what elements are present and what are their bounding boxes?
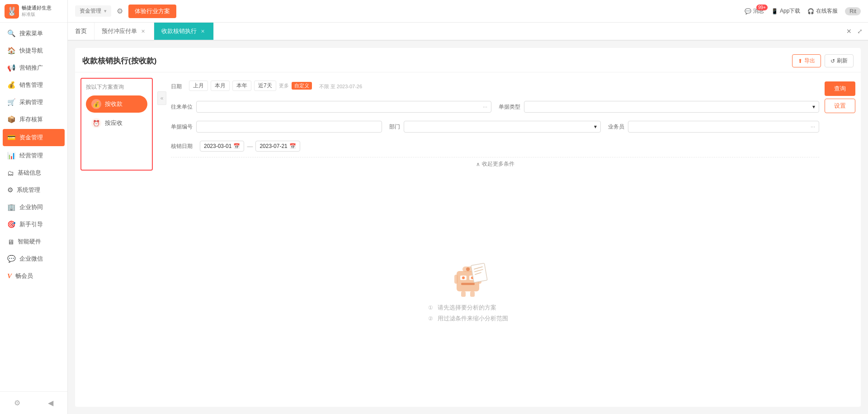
main-area: 资金管理 ▾ ⚙ 体验行业方案 💬 消息 99+ 📱 App下载 🎧 在线客服 … [68,0,868,414]
date-more-link[interactable]: 更多 [279,82,289,89]
dept-select[interactable]: ▾ [404,121,600,133]
search-icon: 🔍 [7,29,16,38]
sidebar-item-search[interactable]: 🔍 搜索菜单 [0,25,67,42]
tab-receipt[interactable]: 收款核销执行 ✕ [154,23,214,40]
filter-right: 日期 上月 本月 本年 近7天 更多 自定义 [171,78,855,171]
sidebar-item-hardware[interactable]: 🖥 智能硬件 [0,233,67,250]
svg-rect-6 [454,275,458,284]
page-wrapper: 收款核销执行(按收款) ⬆ 导出 ↺ 刷新 按以下方案查询 [75,48,861,407]
marketing-icon: 📢 [7,64,16,72]
refresh-button[interactable]: ↺ 刷新 [825,54,854,67]
date-btn-this-year[interactable]: 本年 [232,81,251,91]
breadcrumb-text: 资金管理 [80,7,101,15]
page-actions: ⬆ 导出 ↺ 刷新 [792,54,854,67]
dept-row: 部门 ▾ [389,121,600,133]
close-tab-icon[interactable]: ✕ [844,26,854,37]
export-icon: ⬆ [798,58,802,64]
date-custom-tag[interactable]: 自定义 [292,82,312,90]
hardware-icon: 🖥 [7,238,14,246]
staff-label: 业务员 [608,123,624,131]
fund-icon: 💳 [7,133,16,142]
breadcrumb: 资金管理 ▾ [75,5,111,17]
app-logo: 🐰 畅捷通好生意 标准版 [0,0,67,23]
filter-option-by-receipt[interactable]: 💰 按收款 [86,95,147,113]
calendar-icon: 📅 [233,143,240,149]
maximize-icon[interactable]: ⤢ [855,26,864,37]
ellipsis-icon2: ··· [811,124,815,130]
guide-icon: 🎯 [7,220,16,228]
empty-illustration [445,257,491,298]
sidebar-item-quicknav[interactable]: 🏠 快捷导航 [0,42,67,59]
tab-home[interactable]: 首页 [68,23,94,40]
home-icon: 🏠 [7,47,16,55]
sidebar: 🐰 畅捷通好生意 标准版 🔍 搜索菜单 🏠 快捷导航 📢 营销推广 💰 销售管理… [0,0,68,414]
docno-label: 单据编号 [171,123,193,131]
purchase-icon: 🛒 [7,98,16,106]
date-label: 日期 [171,83,182,90]
robot-svg [445,257,491,298]
sidebar-item-operation[interactable]: 📊 经营管理 [0,147,67,164]
chevron-down-icon2: ▾ [812,104,815,110]
tabbar: 首页 预付冲应付单 ✕ 收款核销执行 ✕ ✕ ⤢ [68,23,868,41]
sidebar-item-base[interactable]: 🗂 基础信息 [0,164,67,181]
calendar-icon2: 📅 [289,143,296,149]
date-range-dash: — [247,143,253,150]
tab-close-receipt[interactable]: ✕ [199,28,206,35]
solution-button[interactable]: 体验行业方案 [128,5,176,18]
svg-rect-9 [470,291,475,297]
sidebar-item-system[interactable]: ⚙ 系统管理 [0,181,67,199]
online-service-button[interactable]: 🎧 在线客服 [807,7,838,15]
verify-date-to[interactable]: 2023-07-21 📅 [255,141,300,152]
counterparty-select[interactable]: ··· [196,101,491,113]
filter-option-by-receivable[interactable]: ⏰ 按应收 [86,114,147,132]
date-btn-last-month[interactable]: 上月 [189,81,208,91]
svg-rect-8 [461,291,466,297]
app-name: 畅捷通好生意 [22,5,52,11]
sidebar-item-member[interactable]: V 畅会员 [0,267,67,285]
tab-prepay[interactable]: 预付冲应付单 ✕ [94,23,154,40]
mobile-icon: 📱 [771,8,778,14]
collapse-panel-button[interactable]: « [157,91,166,105]
docno-input[interactable] [196,121,382,133]
empty-state: ① 请先选择要分析的方案 ② 用过滤条件来缩小分析范围 [75,176,861,407]
export-button[interactable]: ⬆ 导出 [792,54,821,67]
chevron-left-icon: « [160,95,164,101]
user-avatar[interactable]: Rit [845,7,861,15]
staff-select[interactable]: ··· [628,121,819,133]
filter-row4: 核销日期 2023-03-01 📅 — 2023-07-21 [171,138,819,154]
collapse-more-button[interactable]: ∧ 收起更多条件 [171,157,819,171]
verify-date-range: 2023-03-01 📅 — 2023-07-21 📅 [200,141,300,152]
inventory-icon: 📦 [7,115,16,124]
sidebar-item-guide[interactable]: 🎯 新手引导 [0,216,67,233]
ellipsis-icon: ··· [483,104,487,110]
date-shortcuts: 上月 本月 本年 近7天 更多 自定义 [189,81,312,91]
sidebar-item-inventory[interactable]: 📦 库存核算 [0,111,67,128]
service-icon: 🎧 [807,8,814,14]
date-btn-7days[interactable]: 近7天 [254,81,276,91]
date-btn-this-month[interactable]: 本月 [211,81,230,91]
doctype-select[interactable]: ▾ [524,101,819,113]
collapse-sidebar-icon[interactable]: ◀ [46,396,56,409]
sidebar-item-enterprise[interactable]: 🏢 企业协同 [0,199,67,216]
verify-date-from[interactable]: 2023-03-01 📅 [200,141,244,152]
settings-icon[interactable]: ⚙ [12,396,23,409]
base-icon: 🗂 [7,169,14,177]
setting-button[interactable]: 设置 [825,99,855,113]
tab-close-prepay[interactable]: ✕ [140,28,146,35]
sidebar-item-sales[interactable]: 💰 销售管理 [0,76,67,94]
topbar: 资金管理 ▾ ⚙ 体验行业方案 💬 消息 99+ 📱 App下载 🎧 在线客服 … [68,0,868,23]
sidebar-item-wechat[interactable]: 💬 企业微信 [0,250,67,267]
system-icon: ⚙ [7,186,13,194]
sidebar-item-marketing[interactable]: 📢 营销推广 [0,59,67,76]
filter-actions: 查询 设置 [825,78,855,113]
gear-icon[interactable]: ⚙ [117,7,123,15]
topbar-right: 💬 消息 99+ 📱 App下载 🎧 在线客服 Rit [745,7,861,15]
app-download-button[interactable]: 📱 App下载 [771,7,800,15]
chevron-down-icon3: ▾ [594,124,597,130]
enterprise-icon: 🏢 [7,203,16,211]
query-button[interactable]: 查询 [825,81,855,96]
svg-point-11 [466,267,470,271]
message-button[interactable]: 💬 消息 99+ [745,7,764,15]
sidebar-item-purchase[interactable]: 🛒 采购管理 [0,94,67,111]
sidebar-item-fund[interactable]: 💳 资金管理 [3,129,65,146]
